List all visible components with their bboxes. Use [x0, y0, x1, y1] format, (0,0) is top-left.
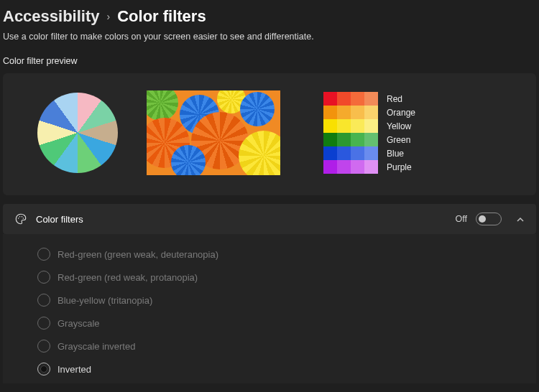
filter-option-label: Grayscale: [57, 318, 100, 329]
preview-label: Color filter preview: [0, 42, 539, 70]
swatch-label: Green: [387, 135, 410, 145]
filter-option[interactable]: Grayscale: [37, 312, 523, 335]
palette-icon: [14, 213, 27, 225]
swatch-shades: [323, 92, 378, 106]
swatch-row: Orange: [323, 106, 415, 119]
color-wheel-preview: [37, 93, 118, 173]
svg-point-2: [22, 216, 23, 218]
swatch-row: Yellow: [323, 119, 415, 133]
swatch-label: Orange: [387, 108, 415, 118]
filter-option[interactable]: Red-green (red weak, protanopia): [37, 266, 523, 289]
preview-panel: RedOrangeYellowGreenBluePurple: [3, 73, 536, 195]
chevron-right-icon: ›: [107, 11, 111, 22]
filter-option-label: Red-green (red weak, protanopia): [57, 272, 198, 283]
filter-option[interactable]: Grayscale inverted: [37, 335, 523, 358]
filter-option-label: Red-green (green weak, deuteranopia): [57, 249, 218, 260]
filter-option[interactable]: Red-green (green weak, deuteranopia): [37, 243, 523, 266]
radio-icon[interactable]: [37, 340, 50, 353]
breadcrumb-parent[interactable]: Accessibility: [3, 7, 100, 26]
photo-preview: [147, 90, 280, 175]
swatch-shades: [323, 106, 378, 119]
filter-option[interactable]: Inverted: [37, 358, 523, 381]
swatch-list: RedOrangeYellowGreenBluePurple: [323, 92, 415, 174]
swatch-shades: [323, 160, 378, 174]
swatch-shades: [323, 133, 378, 146]
swatch-label: Red: [387, 94, 402, 104]
breadcrumb: Accessibility › Color filters: [3, 7, 539, 26]
swatch-shades: [323, 119, 378, 133]
page-title: Color filters: [117, 7, 206, 26]
expander-title: Color filters: [36, 214, 447, 225]
swatch-label: Purple: [387, 162, 412, 172]
toggle-state-label: Off: [456, 214, 467, 224]
radio-icon[interactable]: [37, 271, 50, 284]
filter-option[interactable]: Blue-yellow (tritanopia): [37, 289, 523, 312]
swatch-row: Purple: [323, 160, 415, 174]
filter-option-label: Grayscale inverted: [57, 341, 135, 352]
page-subtitle: Use a color filter to make colors on you…: [0, 26, 539, 42]
filter-option-label: Inverted: [57, 364, 91, 375]
swatch-row: Blue: [323, 146, 415, 160]
svg-point-3: [23, 218, 24, 219]
color-filters-toggle[interactable]: [476, 213, 502, 225]
radio-icon[interactable]: [37, 248, 50, 261]
swatch-shades: [323, 146, 378, 160]
swatch-row: Green: [323, 133, 415, 146]
svg-point-1: [19, 216, 21, 218]
svg-point-0: [18, 218, 19, 219]
radio-icon[interactable]: [37, 363, 50, 375]
swatch-row: Red: [323, 92, 415, 106]
chevron-up-icon[interactable]: [516, 215, 525, 223]
radio-icon[interactable]: [37, 317, 50, 330]
filter-options-list: Red-green (green weak, deuteranopia)Red-…: [3, 234, 536, 383]
swatch-label: Yellow: [387, 121, 411, 131]
swatch-label: Blue: [387, 149, 404, 159]
color-filters-expander[interactable]: Color filters Off: [3, 204, 536, 234]
filter-option-label: Blue-yellow (tritanopia): [57, 295, 152, 306]
radio-icon[interactable]: [37, 294, 50, 307]
